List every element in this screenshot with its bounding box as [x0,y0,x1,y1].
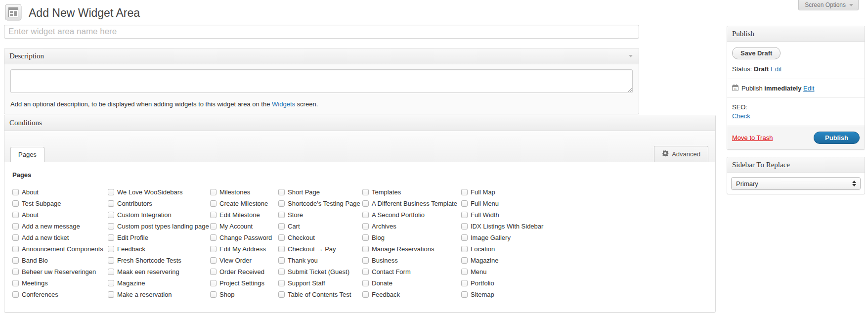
sidebar-to-replace-select[interactable]: Primary [731,177,861,190]
page-condition-checkbox[interactable] [362,269,369,275]
page-condition-item[interactable]: Edit Profile [108,232,210,243]
page-condition-item[interactable]: Table of Contents Test [278,289,362,300]
page-condition-checkbox[interactable] [362,234,369,241]
page-condition-item[interactable]: Location [461,243,707,255]
metabox-toggle-icon[interactable] [629,55,633,57]
page-condition-checkbox[interactable] [12,200,19,207]
page-condition-item[interactable]: Band Bio [12,255,108,266]
page-condition-item[interactable]: Edit My Address [210,243,278,255]
page-condition-checkbox[interactable] [210,291,217,298]
page-condition-item[interactable]: Beheer uw Reserveringen [12,266,108,277]
page-condition-checkbox[interactable] [210,269,217,275]
page-condition-item[interactable]: Sitemap [461,289,707,300]
page-condition-checkbox[interactable] [461,212,468,218]
page-condition-item[interactable]: Full Width [461,209,707,221]
page-condition-item[interactable]: Cart [278,221,362,232]
page-condition-item[interactable]: Contact Form [362,266,461,277]
page-condition-checkbox[interactable] [108,189,114,195]
page-condition-checkbox[interactable] [210,200,217,207]
page-condition-checkbox[interactable] [461,189,468,195]
page-condition-item[interactable]: Full Menu [461,198,707,209]
page-condition-item[interactable]: Milestones [210,186,278,198]
page-condition-checkbox[interactable] [12,234,19,241]
screen-options-button[interactable]: Screen Options [798,0,859,10]
page-condition-checkbox[interactable] [12,212,19,218]
page-condition-checkbox[interactable] [12,280,19,286]
page-condition-item[interactable]: Full Map [461,186,707,198]
page-condition-item[interactable]: Support Staff [278,277,362,289]
page-condition-item[interactable]: Manage Reservations [362,243,461,255]
page-condition-checkbox[interactable] [278,223,285,229]
page-condition-checkbox[interactable] [12,291,19,298]
page-condition-item[interactable]: Image Gallery [461,232,707,243]
page-condition-checkbox[interactable] [278,212,285,218]
page-condition-item[interactable]: A Second Portfolio [362,209,461,221]
page-condition-checkbox[interactable] [210,246,217,252]
page-condition-checkbox[interactable] [461,234,468,241]
page-condition-checkbox[interactable] [12,223,19,229]
page-condition-checkbox[interactable] [362,291,369,298]
page-condition-checkbox[interactable] [461,246,468,252]
page-condition-checkbox[interactable] [362,223,369,229]
page-condition-checkbox[interactable] [108,280,114,286]
conditions-metabox-header[interactable]: Conditions [4,115,715,131]
page-condition-checkbox[interactable] [12,257,19,264]
page-condition-item[interactable]: Fresh Shortcode Tests [108,255,210,266]
widgets-screen-link[interactable]: Widgets [272,100,295,108]
page-condition-item[interactable]: Make a reservation [108,289,210,300]
page-condition-item[interactable]: Edit Milestone [210,209,278,221]
page-condition-item[interactable]: Business [362,255,461,266]
page-condition-item[interactable]: Shop [210,289,278,300]
page-condition-item[interactable]: Maak een reservering [108,266,210,277]
page-condition-item[interactable]: Blog [362,232,461,243]
seo-check-link[interactable]: Check [732,112,750,120]
timing-edit-link[interactable]: Edit [803,85,814,92]
page-condition-item[interactable]: Store [278,209,362,221]
tab-advanced[interactable]: Advanced [654,146,708,162]
description-textarea[interactable] [10,69,633,93]
page-condition-checkbox[interactable] [461,200,468,207]
page-condition-checkbox[interactable] [461,269,468,275]
page-condition-item[interactable]: Shortcode's Testing Page [278,198,362,209]
page-condition-checkbox[interactable] [108,291,114,298]
page-condition-item[interactable]: Donate [362,277,461,289]
page-condition-item[interactable]: Create Milestone [210,198,278,209]
widget-area-name-input[interactable] [4,25,639,39]
page-condition-checkbox[interactable] [210,212,217,218]
page-condition-item[interactable]: Order Received [210,266,278,277]
page-condition-item[interactable]: Magazine [108,277,210,289]
page-condition-checkbox[interactable] [108,257,114,264]
page-condition-checkbox[interactable] [461,223,468,229]
page-condition-item[interactable]: Checkout → Pay [278,243,362,255]
page-condition-checkbox[interactable] [278,246,285,252]
page-condition-checkbox[interactable] [278,257,285,264]
page-condition-item[interactable]: Meetings [12,277,108,289]
page-condition-checkbox[interactable] [210,189,217,195]
page-condition-checkbox[interactable] [362,257,369,264]
page-condition-item[interactable]: Add a new message [12,221,108,232]
page-condition-item[interactable]: Test Subpage [12,198,108,209]
page-condition-item[interactable]: A Different Business Template [362,198,461,209]
page-condition-item[interactable]: View Order [210,255,278,266]
page-condition-item[interactable]: Add a new ticket [12,232,108,243]
page-condition-item[interactable]: Portfolio [461,277,707,289]
page-condition-checkbox[interactable] [210,257,217,264]
page-condition-checkbox[interactable] [210,223,217,229]
publish-button[interactable]: Publish [814,132,860,144]
page-condition-checkbox[interactable] [210,280,217,286]
page-condition-checkbox[interactable] [12,269,19,275]
page-condition-item[interactable]: Templates [362,186,461,198]
page-condition-checkbox[interactable] [108,234,114,241]
page-condition-checkbox[interactable] [461,291,468,298]
page-condition-checkbox[interactable] [278,280,285,286]
page-condition-item[interactable]: About [12,209,108,221]
page-condition-item[interactable]: Submit Ticket (Guest) [278,266,362,277]
page-condition-item[interactable]: About [12,186,108,198]
page-condition-item[interactable]: Feedback [362,289,461,300]
page-condition-item[interactable]: We Love WooSidebars [108,186,210,198]
page-condition-item[interactable]: Announcement Components [12,243,108,255]
page-condition-checkbox[interactable] [278,234,285,241]
page-condition-item[interactable]: Thank you [278,255,362,266]
page-condition-checkbox[interactable] [362,212,369,218]
sidebar-to-replace-header[interactable]: Sidebar To Replace [727,157,865,173]
